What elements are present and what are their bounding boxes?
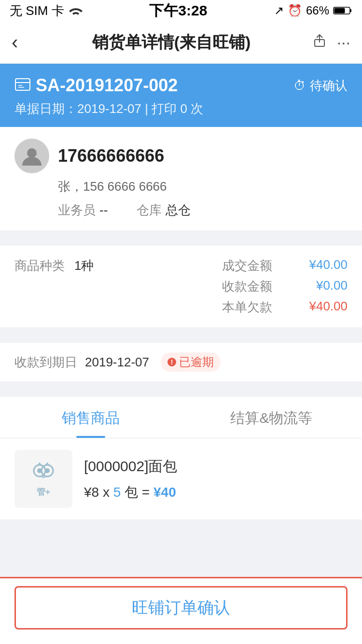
logo-text-plus: 管+: [37, 486, 51, 498]
carrier-text: 无 SIM 卡: [10, 2, 64, 19]
owed-row: 本单欠款 ¥40.00: [222, 299, 348, 316]
warehouse-item: 仓库 总仓: [137, 202, 191, 219]
warehouse-label: 仓库: [137, 202, 162, 219]
svg-rect-1: [350, 9, 351, 12]
tab-settlement[interactable]: 结算&物流等: [181, 397, 362, 438]
price-unit: 包: [125, 485, 138, 500]
nav-bar: ‹ 销货单详情(来自旺铺) ···: [0, 21, 362, 64]
product-logo: 管+: [29, 460, 58, 498]
location-icon: ↗: [274, 4, 284, 17]
order-status: ⏱ 待确认: [293, 77, 348, 94]
order-header: SA-20191207-002 ⏱ 待确认 单据日期：2019-12-07 | …: [0, 64, 362, 127]
price-separator: x: [103, 485, 113, 500]
alarm-icon: ⏰: [288, 4, 302, 17]
due-label: 收款到期日: [14, 354, 77, 371]
overdue-text: 已逾期: [179, 354, 214, 370]
salesperson-item: 业务员 --: [58, 202, 108, 219]
tabs-row: 销售商品 结算&物流等: [0, 397, 362, 438]
amount-summary: 成交金额 ¥40.00 收款金额 ¥0.00 本单欠款 ¥40.00: [181, 257, 348, 316]
salesperson-label: 业务员: [58, 202, 96, 219]
svg-point-13: [45, 468, 50, 473]
customer-name: 张，156 6666 6666: [58, 178, 348, 195]
svg-rect-2: [334, 8, 345, 14]
product-type: 商品种类 1种: [14, 257, 181, 274]
product-thumbnail: 管+: [14, 450, 72, 508]
owed-label: 本单欠款: [222, 299, 272, 316]
svg-point-12: [37, 468, 42, 473]
share-icon[interactable]: [312, 33, 327, 52]
tabs-section: 销售商品 结算&物流等: [0, 397, 362, 438]
order-id: SA-20191207-002: [14, 75, 178, 96]
back-button[interactable]: ‹: [12, 31, 41, 53]
product-type-value: 1种: [74, 257, 94, 274]
amount-value: ¥40.00: [309, 257, 348, 274]
received-row: 收款金额 ¥0.00: [222, 278, 348, 295]
product-item: 管+ [0000002]面包 ¥8 x 5 包 = ¥40: [0, 438, 362, 519]
price-qty: 5: [113, 485, 121, 500]
customer-row: 17666666666: [14, 139, 348, 173]
confirm-button[interactable]: 旺铺订单确认: [14, 586, 348, 630]
divider-2: [0, 335, 362, 343]
order-date: 单据日期：2019-12-07 | 打印 0 次: [14, 100, 348, 117]
salesperson-value: --: [99, 203, 108, 218]
price-total: ¥40: [153, 485, 176, 500]
divider-1: [0, 238, 362, 246]
overdue-badge: ! 已逾期: [161, 352, 221, 372]
battery-icon: [333, 6, 352, 15]
clock-icon: ⏱: [293, 78, 306, 93]
amount-label: 成交金额: [222, 257, 272, 274]
price-equals: =: [142, 485, 153, 500]
battery-text: 66%: [306, 4, 329, 17]
svg-point-9: [27, 148, 37, 158]
tab-products[interactable]: 销售商品: [0, 397, 181, 438]
due-date-value: 2019-12-07: [85, 355, 149, 370]
warehouse-value: 总仓: [166, 202, 191, 219]
overdue-icon: !: [167, 358, 176, 366]
page-title: 销货单详情(来自旺铺): [41, 31, 302, 54]
received-label: 收款金额: [222, 278, 272, 295]
more-icon[interactable]: ···: [337, 33, 350, 52]
bottom-bar: 旺铺订单确认: [0, 577, 362, 644]
status-bar: 无 SIM 卡 下午3:28 ↗ ⏰ 66%: [0, 0, 362, 21]
order-icon: [14, 75, 31, 96]
status-right: ↗ ⏰ 66%: [274, 4, 352, 17]
summary-section: 商品种类 1种 成交金额 ¥40.00 收款金额 ¥0.00 本单欠款 ¥40.…: [0, 246, 362, 327]
amount-row: 成交金额 ¥40.00: [222, 257, 348, 274]
status-time: 下午3:28: [149, 1, 207, 21]
due-date-section: 收款到期日 2019-12-07 ! 已逾期: [0, 343, 362, 381]
owed-value: ¥40.00: [309, 299, 348, 316]
customer-section: 17666666666 张，156 6666 6666 业务员 -- 仓库 总仓: [0, 127, 362, 230]
divider-3: [0, 389, 362, 397]
order-header-top: SA-20191207-002 ⏱ 待确认: [14, 75, 348, 96]
status-carrier: 无 SIM 卡: [10, 2, 83, 19]
product-price: ¥8 x 5 包 = ¥40: [84, 483, 348, 502]
customer-avatar: [14, 139, 49, 173]
customer-phone: 17666666666: [58, 146, 164, 166]
customer-meta: 业务员 -- 仓库 总仓: [58, 202, 348, 219]
svg-rect-5: [15, 79, 30, 90]
wifi-icon: [69, 6, 83, 15]
received-value: ¥0.00: [316, 278, 348, 295]
price-value: ¥8: [84, 485, 99, 500]
nav-actions: ···: [302, 33, 350, 52]
owl-logo: [29, 460, 58, 484]
product-info: [0000002]面包 ¥8 x 5 包 = ¥40: [84, 457, 348, 502]
product-type-label: 商品种类: [14, 257, 65, 274]
product-name: [0000002]面包: [84, 457, 348, 476]
